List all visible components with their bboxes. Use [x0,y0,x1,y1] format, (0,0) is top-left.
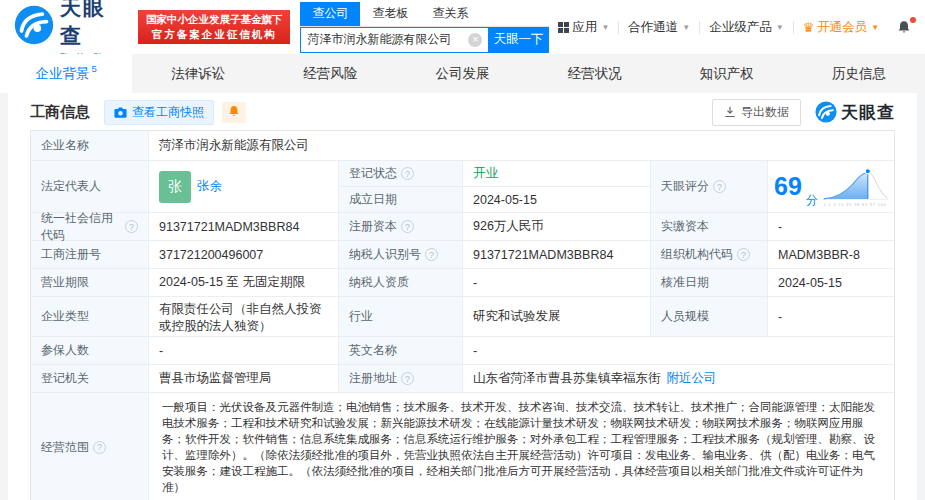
company-name-label: 企业名称 [31,131,149,161]
search-area: 查公司 查老板 查关系 × 天眼一下 [300,2,549,53]
monitor-bell-button[interactable] [222,102,246,123]
search-tab-company[interactable]: 查公司 [300,2,360,26]
help-icon[interactable]: ? [401,220,414,233]
header-nav: 应用▼ 合作通道▼ 企业级产品▼ ♛ 开通会员▼ 道济▼ [549,19,925,36]
legal-rep-value: 张 张余 [149,161,339,213]
insured-count-label: 参保人数 [31,337,149,365]
reg-address-label: 注册地址? [339,365,463,393]
chevron-down-icon: ▼ [682,23,690,32]
help-icon[interactable]: ? [401,167,414,180]
taxpayer-quality-label: 纳税人资质 [339,269,463,297]
badge-line-1: 国家中小企业发展子基金旗下 [146,12,283,27]
industry-label: 行业 [339,297,463,337]
reg-status-value: 开业 [463,161,651,187]
business-scope-label: 经营范围? [31,393,149,500]
chevron-down-icon: ▼ [871,23,879,32]
user-menu[interactable]: 道济▼ [920,19,925,36]
business-scope-value: 一般项目：光伏设备及元器件制造；电池销售；技术服务、技术开发、技术咨询、技术交流… [149,393,894,500]
grid-icon [558,22,569,33]
tab-intellectual-property[interactable]: 知识产权 [661,54,793,93]
paid-capital-label: 实缴资本 [651,213,768,241]
clear-icon[interactable]: × [468,33,482,47]
search-tab-boss[interactable]: 查老板 [360,2,420,26]
notification-bell[interactable] [888,20,920,35]
tab-history-info[interactable]: 历史信息 [793,54,925,93]
credit-code-label: 统一社会信用代码? [31,213,149,241]
est-date-value: 2024-05-15 [463,187,651,213]
taxpayer-id-label: 纳税人识别号? [339,241,463,269]
business-snapshot-button[interactable]: 查看工商快照 [104,100,214,125]
search-bar: × 天眼一下 [300,27,549,53]
search-button[interactable]: 天眼一下 [488,28,548,52]
org-code-label: 组织机构代码? [651,241,768,269]
nav-enterprise-products[interactable]: 企业级产品▼ [700,19,792,36]
search-tab-relation[interactable]: 查关系 [420,2,480,26]
tab-business-risk[interactable]: 经营风险 [264,54,396,93]
nearby-companies-link[interactable]: 附近公司 [667,370,717,387]
help-icon[interactable]: ? [401,372,414,385]
staff-size-label: 人员规模 [651,297,768,337]
reg-authority-label: 登记机关 [31,365,149,393]
help-icon[interactable]: ? [713,180,726,193]
legal-rep-link[interactable]: 张余 [197,178,222,195]
nav-open-vip[interactable]: ♛ 开通会员▼ [794,19,889,36]
section-header: 工商信息 查看工商快照 导出数据 天眼查 [30,98,895,126]
legal-rep-label: 法定代表人 [31,161,149,213]
header: 天眼查 TianYanCha.com 国家中小企业发展子基金旗下 官方备案企业征… [0,0,925,54]
official-badge: 国家中小企业发展子基金旗下 官方备案企业征信机构 [138,10,291,44]
term-value: 2024-05-15 至 无固定期限 [149,269,339,297]
logo-title: 天眼查 [60,0,128,50]
tianyancha-logo[interactable]: 天眼查 TianYanCha.com [14,0,128,60]
score-distribution-chart: 0 1 3 15 35 58 85 97 100 [822,164,888,210]
download-icon [724,106,736,118]
industry-value: 研究和试验发展 [463,297,651,337]
taxpayer-id-value: 91371721MADM3BBR84 [463,241,651,269]
help-icon[interactable]: ? [425,248,438,261]
paid-capital-value: - [768,213,894,241]
reg-authority-value: 曹县市场监督管理局 [149,365,339,393]
notification-dot [910,17,916,23]
taxpayer-quality-value: - [463,269,651,297]
tianyancha-logo-icon [815,101,837,123]
legal-rep-avatar[interactable]: 张 [159,171,191,203]
staff-size-value: - [768,297,894,337]
reg-capital-label: 注册资本? [339,213,463,241]
export-data-button[interactable]: 导出数据 [712,99,801,126]
tab-operating-status[interactable]: 经营状况 [529,54,661,93]
score-value: 69 分 0 1 3 15 35 58 85 97 100 [768,161,894,213]
tab-company-background[interactable]: 企业背景5 [0,54,132,93]
nav-apps[interactable]: 应用▼ [549,19,618,36]
score-number: 69 [774,174,802,199]
bell-icon [897,20,911,35]
help-icon[interactable]: ? [737,248,750,261]
bell-icon [228,105,240,118]
search-tabs: 查公司 查老板 查关系 [300,2,549,27]
english-name-label: 英文名称 [339,337,463,365]
tab-legal-proceedings[interactable]: 法律诉讼 [132,54,264,93]
business-info-card: 工商信息 查看工商快照 导出数据 天眼查 企业名称 菏泽市润永新能源有限公司 法… [8,93,917,500]
chevron-down-icon: ▼ [601,23,609,32]
tianyancha-logo-icon [14,5,54,49]
insured-count-value: - [149,337,339,365]
org-code-value: MADM3BBR-8 [768,241,894,269]
score-axis-ticks: 0 1 3 15 35 58 85 97 100 [824,202,886,206]
score-label: 天眼评分? [651,161,768,213]
camera-icon [114,107,127,118]
reg-number-label: 工商注册号 [31,241,149,269]
business-info-table: 企业名称 菏泽市润永新能源有限公司 法定代表人 张 张余 登记状态? 开业 天眼… [30,130,895,500]
search-input[interactable] [301,28,468,52]
reg-address-value: 山东省菏泽市曹县苏集镇幸福东街 附近公司 [463,365,894,393]
company-tabbar: 企业背景5 法律诉讼 经营风险 公司发展 经营状况 知识产权 历史信息 [0,54,925,93]
credit-code-value: 91371721MADM3BBR84 [149,213,339,241]
company-type-label: 企业类型 [31,297,149,337]
reg-number-value: 371721200496007 [149,241,339,269]
tab-count-badge: 5 [91,63,96,74]
section-title: 工商信息 [30,103,90,122]
help-icon[interactable]: ? [93,441,106,454]
company-name-value: 菏泽市润永新能源有限公司 [149,131,894,161]
help-icon[interactable]: ? [125,220,138,233]
chevron-down-icon: ▼ [776,23,784,32]
tab-company-development[interactable]: 公司发展 [396,54,528,93]
approval-date-value: 2024-05-15 [768,269,894,297]
nav-cooperation[interactable]: 合作通道▼ [619,19,699,36]
